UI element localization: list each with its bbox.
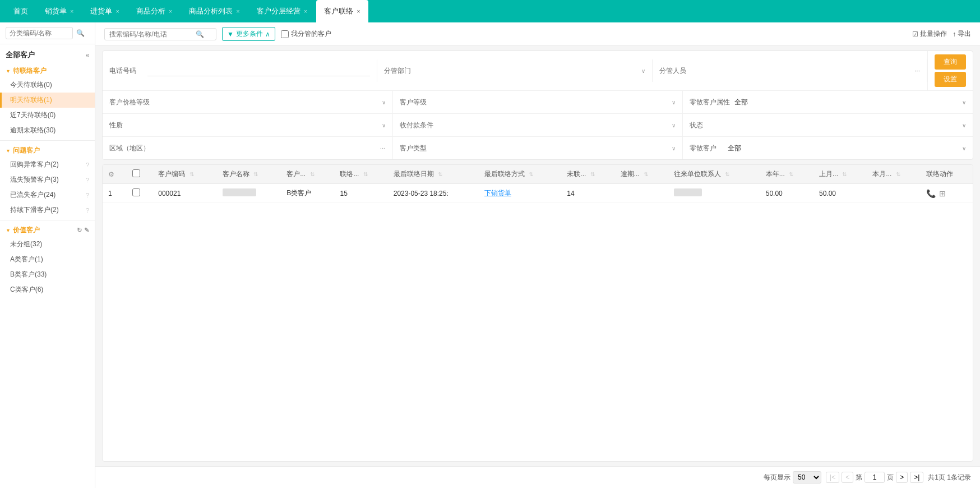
nav-customer-layering[interactable]: 客户分层经营× xyxy=(249,0,315,22)
th-this-year[interactable]: 本年... ⇅ xyxy=(760,165,813,184)
filter-department-select[interactable]: ∨ xyxy=(422,68,645,74)
export-button[interactable]: ↑ 导出 xyxy=(953,29,971,39)
sort-icon: ⇅ xyxy=(789,171,793,177)
th-customer-type[interactable]: 客户... ⇅ xyxy=(281,165,334,184)
nav-customer-contact[interactable]: 客户联络× xyxy=(316,0,368,22)
td-checkbox[interactable] xyxy=(127,184,153,203)
grid-icon[interactable]: ⊞ xyxy=(939,189,946,198)
my-customers-label: 我分管的客户 xyxy=(291,29,331,39)
sidebar-item-tomorrow-contact[interactable]: 明天待联络(1) xyxy=(0,93,95,108)
link-sales-order[interactable]: 下销货单 xyxy=(484,189,511,197)
filter-panel: 电话号码 分管部门 ∨ 分管人员 ··· 查询 设置 xyxy=(102,50,973,160)
nav-sales-order[interactable]: 销货单× xyxy=(37,0,81,22)
last-page-button[interactable]: >| xyxy=(910,472,923,483)
sidebar-group-problem: 问题客户 xyxy=(0,143,95,157)
close-icon[interactable]: × xyxy=(70,8,73,15)
close-icon[interactable]: × xyxy=(236,8,239,15)
close-icon[interactable]: × xyxy=(304,8,307,15)
sidebar-search-icon[interactable]: 🔍 xyxy=(76,29,85,37)
sidebar-item-7day-contact[interactable]: 近7天待联络(0) xyxy=(0,108,95,123)
filter-phone: 电话号码 xyxy=(103,59,377,82)
sidebar-item-c-class[interactable]: C类客户(6) xyxy=(0,282,95,297)
th-last-contact-date[interactable]: 最后联络日期 ⇅ xyxy=(388,165,479,184)
nav-product-analysis[interactable]: 商品分析× xyxy=(128,0,180,22)
reset-button[interactable]: 设置 xyxy=(935,72,966,87)
filter-actions: 查询 设置 xyxy=(927,51,973,90)
my-customers-checkbox[interactable] xyxy=(281,30,289,38)
filter-phone-input[interactable] xyxy=(147,66,370,76)
th-last-month[interactable]: 上月... ⇅ xyxy=(813,165,867,184)
refresh-icon[interactable]: ↻ xyxy=(77,227,82,234)
th-customer-code[interactable]: 客户编码 ⇅ xyxy=(152,165,216,184)
close-icon[interactable]: × xyxy=(115,8,119,15)
filter-customer-type: 客户类型 ∨ xyxy=(393,137,683,159)
first-page-button[interactable]: |< xyxy=(826,472,839,483)
nav-home[interactable]: 首页 xyxy=(6,0,36,22)
edit-icon[interactable]: ✎ xyxy=(84,227,89,234)
th-gear[interactable]: ⚙ xyxy=(103,165,127,184)
filter-customer-type-select[interactable]: ∨ xyxy=(438,145,676,151)
sidebar-item-churned[interactable]: 已流失客户(24) ? xyxy=(0,187,95,202)
filter-scattered-attr-select[interactable]: 全部 ∨ xyxy=(734,98,966,107)
nav-product-analysis-list[interactable]: 商品分析列表× xyxy=(181,0,247,22)
phone-icon[interactable]: 📞 xyxy=(926,189,936,198)
filter-row-1: 电话号码 分管部门 ∨ 分管人员 ··· 查询 设置 xyxy=(103,51,973,91)
filter-person-dots[interactable]: ··· xyxy=(914,67,920,75)
filter-status-select[interactable]: ∨ xyxy=(728,122,966,128)
sort-icon: ⇅ xyxy=(310,171,315,177)
close-icon[interactable]: × xyxy=(357,8,360,15)
filter-price-level-select[interactable]: ∨ xyxy=(154,99,386,105)
filter-row-3: 性质 ∨ 收付款条件 ∨ 状态 xyxy=(103,114,973,137)
th-contact-count[interactable]: 联络... ⇅ xyxy=(334,165,387,184)
filter-payment-terms-select[interactable]: ∨ xyxy=(438,122,676,128)
select-all-checkbox[interactable] xyxy=(132,169,140,177)
prev-page-button[interactable]: < xyxy=(842,472,853,483)
close-icon[interactable]: × xyxy=(169,8,172,15)
top-navigation: 首页 销货单× 进货单× 商品分析× 商品分析列表× 客户分层经营× 客户联络× xyxy=(0,0,980,22)
sidebar-item-ungrouped[interactable]: 未分组(32) xyxy=(0,237,95,252)
filter-customer-level-select[interactable]: ∨ xyxy=(438,99,676,105)
th-uncontact[interactable]: 未联... ⇅ xyxy=(561,165,614,184)
filter-price-level: 客户价格等级 ∨ xyxy=(103,91,393,113)
batch-operation-button[interactable]: ☑ 批量操作 xyxy=(912,29,947,39)
nav-purchase-order[interactable]: 进货单× xyxy=(82,0,127,22)
filter-scattered-select[interactable]: 全部 ∨ xyxy=(728,144,966,153)
sidebar-item-overdue-contact[interactable]: 逾期未联络(30) xyxy=(0,123,95,138)
data-table: ⚙ 客户编码 ⇅ 客户名称 ⇅ 客户... ⇅ 联络... ⇅ 最后联络日期 ⇅… xyxy=(103,165,973,203)
sidebar-all-customers[interactable]: 全部客户 « xyxy=(0,47,95,63)
filter-nature-select[interactable]: ∨ xyxy=(147,122,386,128)
sidebar-item-a-class[interactable]: A类客户(1) xyxy=(0,252,95,267)
td-last-contact-method[interactable]: 下销货单 xyxy=(479,184,561,203)
page-size-select[interactable]: 50 10 20 100 xyxy=(793,471,821,484)
toolbar-search-box[interactable]: 🔍 xyxy=(104,28,216,40)
filter-status-label: 状态 xyxy=(690,121,723,130)
toolbar-search-input[interactable] xyxy=(109,30,193,38)
my-customers-checkbox-label[interactable]: 我分管的客户 xyxy=(281,29,331,39)
sort-icon: ⇅ xyxy=(644,171,648,177)
sidebar-item-today-contact[interactable]: 今天待联络(0) xyxy=(0,77,95,93)
sidebar-search-area: 🔍 xyxy=(0,22,95,44)
content-area: 🔍 ▼ 更多条件 ∧ 我分管的客户 ☑ 批量操作 ↑ 导出 xyxy=(95,22,980,488)
th-last-contact-method[interactable]: 最后联络方式 ⇅ xyxy=(479,165,561,184)
gear-icon[interactable]: ⚙ xyxy=(108,171,114,178)
query-button[interactable]: 查询 xyxy=(935,54,966,70)
sidebar-search-input[interactable] xyxy=(6,27,73,39)
th-customer-name[interactable]: 客户名称 ⇅ xyxy=(217,165,281,184)
th-checkbox[interactable] xyxy=(127,165,153,184)
filter-region-dots[interactable]: ··· xyxy=(380,144,386,152)
sidebar-item-churn-warning[interactable]: 流失预警客户(3) ? xyxy=(0,172,95,187)
td-contact-count: 15 xyxy=(334,184,387,203)
sidebar-item-repurchase-abnormal[interactable]: 回购异常客户(2) ? xyxy=(0,157,95,172)
page-suffix: 页 xyxy=(887,473,894,482)
th-this-month[interactable]: 本月... ⇅ xyxy=(867,165,920,184)
th-overdue[interactable]: 逾期... ⇅ xyxy=(615,165,668,184)
sidebar-item-declining[interactable]: 持续下滑客户(2) ? xyxy=(0,202,95,218)
next-page-button[interactable]: > xyxy=(896,472,908,483)
more-filter-button[interactable]: ▼ 更多条件 ∧ xyxy=(222,27,275,41)
row-checkbox[interactable] xyxy=(132,188,140,196)
pagination-nav: |< < 第 页 > >| xyxy=(826,472,923,483)
page-input[interactable] xyxy=(865,472,885,483)
toolbar-search-icon[interactable]: 🔍 xyxy=(196,30,204,38)
th-contact-person[interactable]: 往来单位联系人 ⇅ xyxy=(668,165,760,184)
sidebar-item-b-class[interactable]: B类客户(33) xyxy=(0,267,95,282)
